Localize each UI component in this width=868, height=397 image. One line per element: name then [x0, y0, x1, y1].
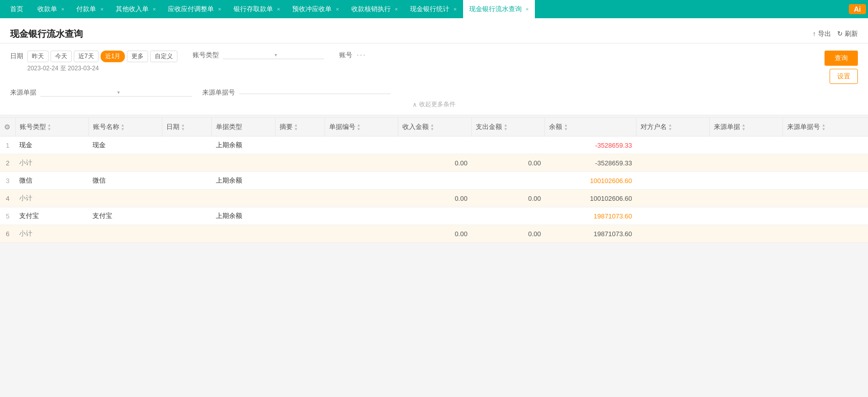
- cell-source_doc: [710, 207, 783, 225]
- col-header-date[interactable]: 日期▲▼: [162, 118, 212, 137]
- nav-tab-label: 收款单: [37, 5, 57, 14]
- col-header-source_doc_num[interactable]: 来源单据号▲▼: [783, 118, 868, 137]
- date-btn[interactable]: 近1月: [101, 51, 125, 62]
- nav-tab[interactable]: 银行存取款单×: [227, 0, 286, 18]
- nav-tab-close-icon[interactable]: ×: [277, 6, 280, 12]
- cell-expense: [472, 207, 545, 225]
- refresh-button[interactable]: ↻ 刷新: [837, 29, 858, 38]
- date-btn[interactable]: 今天: [51, 51, 72, 62]
- cell-doc_type: 上期余额: [212, 207, 275, 225]
- account-filter: 账号 ···: [339, 51, 366, 60]
- data-table: ⚙账号类型▲▼账号名称▲▼日期▲▼单据类型摘要▲▼单据编号▲▼收入金额▲▼支出金…: [0, 117, 868, 243]
- nav-tab[interactable]: 应收应付调整单×: [162, 0, 227, 18]
- col-header-summary[interactable]: 摘要▲▼: [275, 118, 325, 137]
- col-header-balance[interactable]: 余额▲▼: [545, 118, 636, 137]
- ai-badge[interactable]: Ai: [849, 4, 866, 14]
- nav-tab-label: 现金银行流水查询: [469, 5, 522, 14]
- cell-source_doc_num: [783, 225, 868, 243]
- col-header-doc_num[interactable]: 单据编号▲▼: [325, 118, 398, 137]
- nav-tab[interactable]: 现金银行统计×: [404, 0, 463, 18]
- source-doc-num-input[interactable]: [239, 92, 391, 94]
- export-icon: ↑: [813, 30, 816, 37]
- nav-tab-close-icon[interactable]: ×: [218, 6, 221, 12]
- sort-icon: ▲▼: [48, 123, 52, 131]
- cell-income: 0.00: [398, 154, 471, 172]
- settings-button[interactable]: 设置: [830, 69, 858, 84]
- cell-doc_type: [212, 190, 275, 207]
- nav-tab-close-icon[interactable]: ×: [453, 6, 456, 12]
- nav-tab[interactable]: 付款单×: [70, 0, 109, 18]
- nav-tab-close-icon[interactable]: ×: [100, 6, 103, 12]
- cell-balance: 100102606.60: [545, 190, 636, 207]
- cell-summary: [275, 154, 325, 172]
- sort-icon: ▲▼: [430, 123, 434, 131]
- cell-doc_type: [212, 154, 275, 172]
- col-header-source_doc[interactable]: 来源单据▲▼: [710, 118, 783, 137]
- nav-tab[interactable]: 收款单×: [31, 0, 70, 18]
- date-btn[interactable]: 昨天: [27, 51, 49, 62]
- date-btn[interactable]: 自定义: [150, 51, 177, 62]
- top-nav: 首页 收款单×付款单×其他收入单×应收应付调整单×银行存取款单×预收冲应收单×收…: [0, 0, 868, 18]
- col-header-expense[interactable]: 支出金额▲▼: [472, 118, 545, 137]
- nav-tab-label: 现金银行统计: [410, 5, 449, 14]
- cell-income: [398, 207, 471, 225]
- nav-tab-close-icon[interactable]: ×: [395, 6, 398, 12]
- cell-income: 0.00: [398, 190, 471, 207]
- nav-tab[interactable]: 收款核销执行×: [345, 0, 404, 18]
- nav-tab-close-icon[interactable]: ×: [153, 6, 156, 12]
- nav-tab-label: 付款单: [76, 5, 96, 14]
- cell-date: [162, 190, 212, 207]
- collapse-bar[interactable]: ∧ 收起更多条件: [10, 97, 858, 110]
- date-controls: 昨天今天近7天近1月更多自定义 2023-02-24 至 2023-03-24: [27, 51, 177, 73]
- account-label: 账号: [339, 51, 352, 60]
- date-label: 日期: [10, 51, 23, 61]
- nav-tab-close-icon[interactable]: ×: [336, 6, 339, 12]
- cell-expense: [472, 137, 545, 154]
- account-more-icon[interactable]: ···: [356, 51, 366, 60]
- cell-date: [162, 225, 212, 243]
- collapse-label: ∧ 收起更多条件: [413, 100, 455, 109]
- col-header-account_type[interactable]: 账号类型▲▼: [15, 118, 88, 137]
- nav-tab-close-icon[interactable]: ×: [61, 6, 64, 12]
- cell-source_doc_num: [783, 154, 868, 172]
- cell-income: 0.00: [398, 225, 471, 243]
- cell-balance: 19871073.60: [545, 207, 636, 225]
- nav-tab[interactable]: 其他收入单×: [110, 0, 162, 18]
- nav-tab-close-icon[interactable]: ×: [526, 6, 529, 12]
- date-filter: 日期 昨天今天近7天近1月更多自定义 2023-02-24 至 2023-03-…: [10, 51, 177, 73]
- col-header-counterparty[interactable]: 对方户名▲▼: [636, 118, 709, 137]
- cell-date: [162, 154, 212, 172]
- cell-num: 4: [0, 190, 15, 207]
- col-header-income[interactable]: 收入金额▲▼: [398, 118, 471, 137]
- source-doc-filter: 来源单据 ▾: [10, 88, 192, 97]
- cell-source_doc: [710, 225, 783, 243]
- header-actions: ↑ 导出 ↻ 刷新: [813, 29, 858, 38]
- cell-summary: [275, 137, 325, 154]
- cell-expense: 0.00: [472, 225, 545, 243]
- col-header-gear[interactable]: ⚙: [0, 118, 15, 137]
- col-header-account_name[interactable]: 账号名称▲▼: [88, 118, 162, 137]
- cell-account_name: [88, 190, 162, 207]
- sort-icon: ▲▼: [564, 123, 568, 131]
- nav-tab[interactable]: 现金银行流水查询×: [463, 0, 535, 18]
- date-btn[interactable]: 更多: [127, 51, 148, 62]
- nav-home[interactable]: 首页: [2, 0, 31, 18]
- cell-date: [162, 172, 212, 190]
- source-doc-select[interactable]: ▾: [40, 89, 192, 97]
- date-btn[interactable]: 近7天: [74, 51, 99, 62]
- cell-doc_num: [325, 154, 398, 172]
- page-title: 现金银行流水查询: [10, 28, 83, 40]
- cell-expense: [472, 172, 545, 190]
- account-type-filter: 账号类型 ▾: [193, 51, 324, 60]
- table-row: 5支付宝支付宝上期余额19871073.60: [0, 207, 868, 225]
- sort-icon: ▲▼: [668, 123, 672, 131]
- cell-source_doc_num: [783, 190, 868, 207]
- refresh-icon: ↻: [837, 30, 843, 37]
- nav-tab[interactable]: 预收冲应收单×: [286, 0, 345, 18]
- gear-icon[interactable]: ⚙: [4, 123, 11, 131]
- account-type-select[interactable]: ▾: [223, 51, 324, 59]
- export-button[interactable]: ↑ 导出: [813, 29, 832, 38]
- query-button[interactable]: 查询: [825, 51, 858, 66]
- cell-expense: 0.00: [472, 154, 545, 172]
- cell-account_type: 支付宝: [15, 207, 88, 225]
